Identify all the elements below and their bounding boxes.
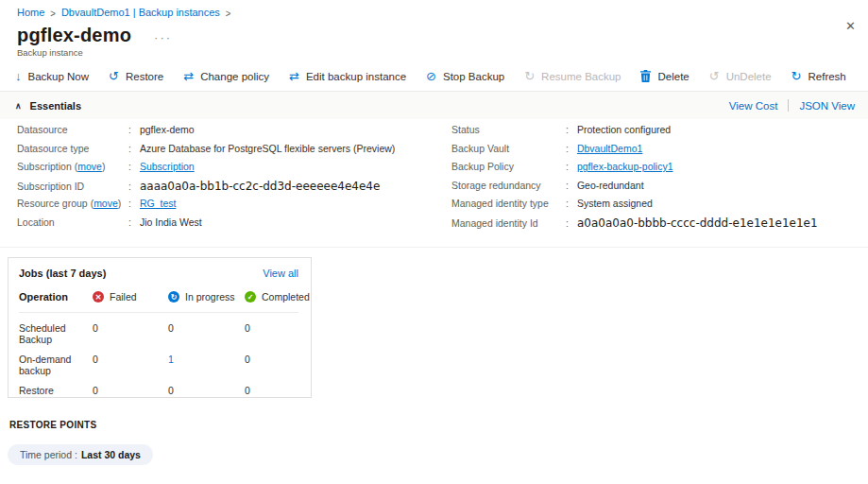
- failed-status-icon: ✕: [93, 291, 104, 302]
- edit-backup-instance-label: Edit backup instance: [306, 71, 406, 82]
- change-policy-button[interactable]: ⇄ Change policy: [183, 70, 269, 82]
- restore-button[interactable]: ↺ Restore: [109, 70, 163, 82]
- essentials-row-subscription: Subscription (move) : Subscription: [17, 161, 451, 180]
- refresh-circle-icon: ↻: [791, 70, 802, 82]
- change-policy-label: Change policy: [200, 71, 269, 82]
- delete-label: Delete: [657, 71, 689, 82]
- stop-backup-button[interactable]: ⊘ Stop Backup: [426, 70, 504, 82]
- restore-points-heading: RESTORE POINTS: [9, 420, 868, 430]
- managed-identity-type-value: System assigned: [577, 198, 653, 209]
- backup-now-label: Backup Now: [28, 71, 90, 82]
- time-period-filter[interactable]: Time period : Last 30 days: [8, 444, 153, 465]
- undo-arrow-icon: ↺: [109, 70, 119, 82]
- essentials-header: ∧ Essentials View Cost JSON View: [0, 92, 868, 119]
- download-arrow-icon: ↓: [15, 70, 22, 82]
- essentials-right-column: Status : Protection configured Backup Va…: [451, 124, 851, 234]
- chevron-right-icon: >: [226, 7, 231, 19]
- undelete-button[interactable]: ↺ UnDelete: [709, 70, 772, 82]
- field-label: Resource group (move): [17, 198, 128, 209]
- completed-status-icon: ✓: [245, 291, 256, 302]
- essentials-row-backup-vault: Backup Vault : DbvaultDemo1: [451, 143, 851, 162]
- backup-now-button[interactable]: ↓ Backup Now: [15, 70, 89, 82]
- essentials-toggle[interactable]: ∧ Essentials: [15, 100, 81, 112]
- move-resource-group-link[interactable]: move: [94, 198, 118, 209]
- jobs-column-in-progress: ↻ In progress: [168, 291, 245, 302]
- scheduled-completed-count: 0: [245, 322, 298, 345]
- vertical-divider: [788, 99, 789, 112]
- essentials-left-column: Datasource : pgflex-demo Datasource type…: [17, 124, 451, 234]
- location-value: Jio India West: [140, 216, 202, 228]
- scheduled-in-progress-count: 0: [168, 322, 245, 345]
- status-value: Protection configured: [577, 124, 671, 135]
- resume-arrow-icon: ↻: [524, 70, 535, 82]
- page-subtitle: Backup instance: [0, 46, 868, 58]
- undo-arrow-icon: ↺: [709, 70, 720, 82]
- essentials-row-status: Status : Protection configured: [451, 124, 851, 143]
- page-header: pgflex-demo ···: [0, 18, 868, 46]
- restore-completed-count: 0: [245, 385, 298, 396]
- essentials-row-managed-identity-type: Managed identity type : System assigned: [451, 198, 851, 216]
- subscription-link[interactable]: Subscription: [140, 161, 195, 172]
- jobs-view-all-link[interactable]: View all: [263, 268, 298, 279]
- essentials-row-datasource: Datasource : pgflex-demo: [17, 124, 451, 143]
- resource-group-link[interactable]: RG_test: [140, 198, 177, 209]
- more-options-icon[interactable]: ···: [154, 30, 172, 44]
- essentials-row-datasource-type: Datasource type : Azure Database for Pos…: [17, 143, 451, 162]
- chevron-right-icon: >: [50, 7, 56, 19]
- jobs-column-operation: Operation: [19, 291, 93, 302]
- json-view-link[interactable]: JSON View: [799, 100, 855, 112]
- on-demand-in-progress-count-link[interactable]: 1: [168, 354, 245, 376]
- jobs-row-scheduled-backup: Scheduled Backup 0 0 0: [19, 318, 298, 349]
- field-label: Storage redundancy: [451, 180, 566, 191]
- field-label: Subscription (move): [17, 161, 128, 172]
- jobs-column-failed: ✕ Failed: [93, 291, 168, 302]
- resume-backup-button[interactable]: ↻ Resume Backup: [524, 70, 621, 82]
- restore-label: Restore: [126, 71, 163, 82]
- field-label: Subscription ID: [17, 181, 128, 192]
- breadcrumb-link-home[interactable]: Home: [17, 7, 44, 18]
- divider: [19, 312, 298, 313]
- backup-policy-link[interactable]: pgflex-backup-policy1: [577, 161, 673, 172]
- prohibition-circle-icon: ⊘: [426, 70, 436, 82]
- in-progress-status-icon: ↻: [168, 291, 179, 302]
- field-label: Status: [451, 124, 566, 135]
- command-toolbar: ↓ Backup Now ↺ Restore ⇄ Change policy ⇄…: [0, 60, 868, 92]
- backup-vault-link[interactable]: DbvaultDemo1: [577, 143, 642, 154]
- refresh-label: Refresh: [808, 71, 846, 82]
- page-title: pgflex-demo: [17, 25, 131, 46]
- field-label: Backup Vault: [451, 143, 566, 154]
- refresh-button[interactable]: ↻ Refresh: [791, 70, 846, 82]
- essentials-links: View Cost JSON View: [729, 99, 855, 112]
- on-demand-failed-count: 0: [93, 354, 168, 376]
- jobs-row-restore: Restore 0 0 0: [19, 380, 298, 400]
- jobs-row-on-demand-backup: On-demand backup 0 1 0: [19, 349, 298, 380]
- undelete-label: UnDelete: [726, 71, 772, 82]
- breadcrumb-link-backup-instances[interactable]: DbvaultDemo1 | Backup instances: [61, 7, 220, 18]
- resume-backup-label: Resume Backup: [541, 71, 621, 82]
- delete-button[interactable]: Delete: [640, 70, 689, 82]
- field-label: Datasource: [17, 124, 128, 135]
- essentials-row-backup-policy: Backup Policy : pgflex-backup-policy1: [451, 161, 851, 180]
- essentials-body: Datasource : pgflex-demo Datasource type…: [0, 119, 868, 248]
- move-subscription-link[interactable]: move: [77, 161, 102, 172]
- field-label: Backup Policy: [451, 161, 566, 172]
- field-label: Managed identity Id: [451, 217, 566, 229]
- restore-in-progress-count: 0: [168, 385, 245, 396]
- subscription-id-value: aaaa0a0a-bb1b-cc2c-dd3d-eeeeee4e4e4e: [140, 180, 380, 193]
- chevron-up-icon: ∧: [15, 101, 22, 111]
- field-label: Location: [17, 216, 128, 228]
- trash-icon: [640, 70, 651, 82]
- edit-backup-instance-button[interactable]: ⇄ Edit backup instance: [289, 70, 406, 82]
- essentials-row-subscription-id: Subscription ID : aaaa0a0a-bb1b-cc2c-dd3…: [17, 180, 451, 199]
- view-cost-link[interactable]: View Cost: [729, 100, 778, 112]
- essentials-row-storage-redundancy: Storage redundancy : Geo-redundant: [451, 180, 851, 199]
- storage-redundancy-value: Geo-redundant: [577, 180, 644, 191]
- jobs-card: Jobs (last 7 days) View all Operation ✕ …: [8, 257, 312, 398]
- stop-backup-label: Stop Backup: [443, 71, 504, 82]
- essentials-title: Essentials: [30, 100, 81, 112]
- jobs-column-completed: ✓ Completed: [245, 291, 310, 302]
- field-label: Datasource type: [17, 143, 128, 154]
- field-label: Managed identity type: [451, 198, 566, 209]
- essentials-row-location: Location : Jio India West: [17, 216, 451, 235]
- close-icon[interactable]: ✕: [845, 20, 856, 32]
